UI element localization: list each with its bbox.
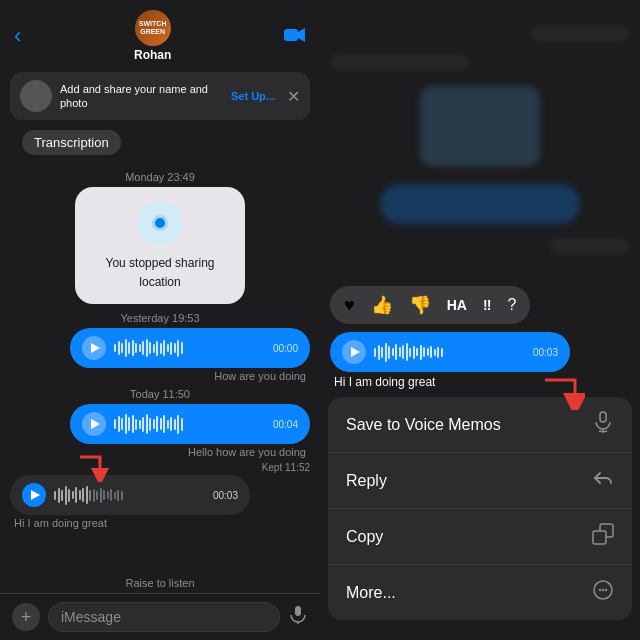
context-more[interactable]: More... [328,565,632,620]
transcription-button[interactable]: Transcription [22,130,121,155]
play-icon-1 [91,343,100,353]
copy-label: Copy [346,528,383,546]
reaction-bar: ♥ 👍 👎 HA ‼ ? [330,286,530,324]
kept-label: Kept 11:52 [10,462,310,473]
audio-duration-2: 00:04 [273,419,298,430]
more-label: More... [346,584,396,602]
svg-rect-3 [295,606,301,616]
svg-point-12 [602,589,604,591]
left-panel: ‹ SWITCHGREEN Rohan Add and share your n… [0,0,320,640]
reply-icon [592,467,614,494]
preview-play-icon [351,347,360,357]
play-button-1[interactable] [82,336,106,360]
waveform-incoming [54,485,205,505]
audio-message-outgoing-2[interactable]: 00:04 [70,404,310,444]
context-copy[interactable]: Copy [328,509,632,565]
preview-waveform [374,342,525,362]
banner-avatar [20,80,52,112]
play-icon-2 [91,419,100,429]
banner-text: Add and share your name and photo [60,82,223,111]
save-voice-memos-icon [592,411,614,438]
audio-duration-incoming: 00:03 [213,490,238,501]
audio-message-incoming[interactable]: 00:03 [10,475,250,515]
preview-play-button[interactable] [342,340,366,364]
play-button-2[interactable] [82,412,106,436]
svg-rect-9 [593,531,606,544]
video-call-icon[interactable] [284,25,306,48]
location-dot [152,215,168,231]
waveform-2 [114,414,265,434]
messages-area: Monday 23:49 You stopped sharing locatio… [0,161,320,577]
copy-icon [592,523,614,550]
back-button[interactable]: ‹ [14,23,21,49]
banner-close-button[interactable]: ✕ [287,87,300,106]
reaction-question[interactable]: ? [507,296,516,314]
right-panel: ♥ 👍 👎 HA ‼ ? 00:03 Hi I am doing great [320,0,640,640]
input-bar: + iMessage [0,593,320,640]
audio-caption-incoming: Hi I am doing great [10,517,310,529]
play-icon-incoming [31,490,40,500]
waveform-1 [114,338,265,358]
play-button-incoming[interactable] [22,483,46,507]
svg-point-11 [599,589,601,591]
mic-icon[interactable] [288,605,308,629]
reaction-heart[interactable]: ♥ [344,295,355,316]
audio-duration-1: 00:00 [273,343,298,354]
svg-rect-6 [600,412,606,422]
input-placeholder: iMessage [61,609,121,625]
location-stopped-text: You stopped sharing location [106,256,215,289]
timestamp-yesterday: Yesterday 19:53 [10,312,310,324]
svg-point-13 [605,589,607,591]
message-input[interactable]: iMessage [48,602,280,632]
reaction-ha[interactable]: HA [447,297,467,313]
location-stopped-bubble: You stopped sharing location [75,187,245,304]
preview-audio-duration: 00:03 [533,347,558,358]
context-reply[interactable]: Reply [328,453,632,509]
svg-marker-1 [298,28,305,42]
timestamp-today: Today 11:50 [10,388,310,400]
audio-message-outgoing-1[interactable]: 00:00 [70,328,310,368]
svg-rect-0 [284,29,298,41]
preview-audio-message[interactable]: 00:03 [330,332,570,372]
plus-icon: + [21,607,32,628]
reaction-thumbs-down[interactable]: 👎 [409,294,431,316]
reaction-exclamation[interactable]: ‼ [483,297,491,313]
message-header: ‹ SWITCHGREEN Rohan [0,0,320,68]
location-icon [138,201,182,245]
context-save-voice-memos[interactable]: Save to Voice Memos [328,397,632,453]
avatar-image: SWITCHGREEN [135,10,171,46]
context-menu: Save to Voice Memos Reply [328,397,632,620]
reply-label: Reply [346,472,387,490]
timestamp-monday: Monday 23:49 [10,171,310,183]
avatar: SWITCHGREEN [135,10,171,46]
add-button[interactable]: + [12,603,40,631]
save-voice-memos-label: Save to Voice Memos [346,416,501,434]
message-preview-area: ♥ 👍 👎 HA ‼ ? 00:03 Hi I am doing great [320,286,640,397]
profile-banner: Add and share your name and photo Set Up… [10,72,310,120]
raise-to-listen-label: Raise to listen [0,577,320,593]
audio-caption-1: How are you doing [10,370,310,382]
preview-caption: Hi I am doing great [330,375,630,389]
contact-info[interactable]: SWITCHGREEN Rohan [134,10,171,62]
contact-name: Rohan [134,48,171,62]
audio-caption-2: Hello how are you doing [10,446,310,458]
reaction-thumbs-up[interactable]: 👍 [371,294,393,316]
more-icon [592,579,614,606]
setup-button[interactable]: Set Up... [231,90,275,102]
context-overlay: ♥ 👍 👎 HA ‼ ? 00:03 Hi I am doing great [320,0,640,640]
